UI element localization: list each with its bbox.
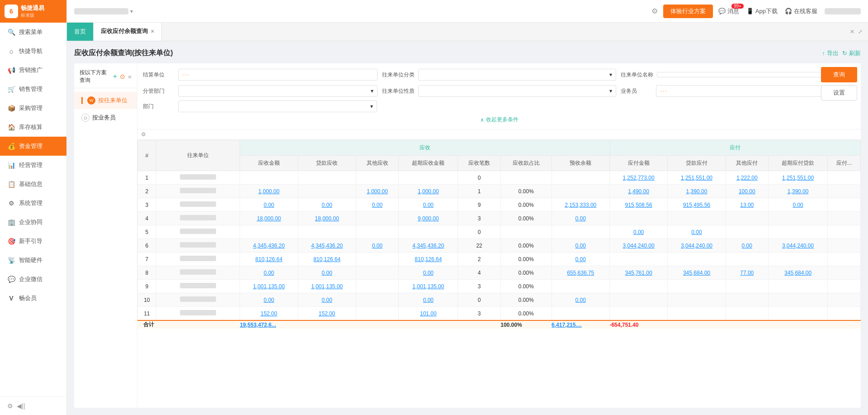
table-cell-ar_amount[interactable]: 4,345,436.20 bbox=[240, 239, 298, 253]
table-cell-ap_loan[interactable]: 1,251,551.00 bbox=[668, 171, 726, 185]
app-download-action[interactable]: 📱 App下载 bbox=[746, 7, 778, 15]
table-cell-ar_amount[interactable]: 0.00 bbox=[240, 266, 298, 280]
table-cell-ar-advance[interactable]: 0.00 bbox=[552, 239, 609, 253]
table-cell-ar_loan[interactable]: 0.00 bbox=[298, 198, 356, 212]
filter-input-dept2[interactable]: ▾ bbox=[178, 100, 377, 112]
collapse-icon[interactable]: ◀|| bbox=[17, 402, 25, 410]
table-cell-ar_overdue[interactable]: 0.00 bbox=[399, 266, 458, 280]
table-cell-ap_loan[interactable]: 915,495.56 bbox=[668, 198, 726, 212]
sidebar-item-basic-info[interactable]: 📋 基础信息 bbox=[0, 175, 66, 194]
table-cell-ap_loan[interactable]: 1,390.00 bbox=[668, 185, 726, 198]
filter-input-jiesuan[interactable]: ··· bbox=[178, 69, 377, 81]
table-cell-ar-advance[interactable]: 0.00 bbox=[552, 293, 609, 307]
filter-collapse-icon[interactable]: « bbox=[128, 73, 132, 80]
table-cell-ar_loan[interactable]: 4,345,436.20 bbox=[298, 239, 356, 253]
message-action[interactable]: 💬 消息 99+ bbox=[718, 7, 739, 15]
table-cell-ar_overdue[interactable]: 9,000.00 bbox=[399, 212, 458, 225]
sidebar-item-quick-nav[interactable]: ⌂ 快捷导航 bbox=[0, 42, 66, 61]
filter-config-icon[interactable]: ⊙ bbox=[120, 73, 125, 80]
table-cell-ar_overdue[interactable]: 101.00 bbox=[399, 307, 458, 321]
table-cell-ap_other[interactable]: 100.00 bbox=[726, 185, 768, 198]
total-ar[interactable]: 19,553,472,6... bbox=[240, 320, 298, 329]
table-cell-ar_overdue[interactable]: 0.00 bbox=[399, 293, 458, 307]
refresh-button[interactable]: ↻ 刷新 bbox=[842, 49, 861, 57]
tab-maximize-icon[interactable]: ⤢ bbox=[858, 29, 863, 35]
table-cell-ar-advance[interactable]: 2,153,333.00 bbox=[552, 198, 609, 212]
query-button[interactable]: 查询 bbox=[821, 67, 857, 82]
table-cell-ar_amount[interactable]: 810,126.64 bbox=[240, 253, 298, 266]
table-cell-ar_other[interactable]: 1,000.00 bbox=[356, 185, 398, 198]
table-cell-ar_amount[interactable]: 152.00 bbox=[240, 307, 298, 321]
sidebar-item-smart-hw[interactable]: 📡 智能硬件 bbox=[0, 251, 66, 270]
tab-close-icon[interactable]: ✕ bbox=[151, 29, 154, 34]
filter-input-dept[interactable]: ▾ bbox=[178, 85, 377, 97]
table-cell-ap_overdue[interactable]: 345,684.00 bbox=[768, 266, 827, 280]
table-cell-ar_amount[interactable]: 0.00 bbox=[240, 293, 298, 307]
table-cell-ar_amount[interactable]: 0.00 bbox=[240, 198, 298, 212]
settings-icon[interactable]: ⚙ bbox=[7, 402, 13, 410]
sidebar-item-collab[interactable]: 🏢 企业协同 bbox=[0, 213, 66, 232]
table-cell-ar-advance[interactable]: 655,636.75 bbox=[552, 266, 609, 280]
table-cell-ap_loan[interactable]: 3,044,240.00 bbox=[668, 239, 726, 253]
table-cell-ap_amount[interactable]: 1,490.00 bbox=[609, 185, 667, 198]
table-wrap[interactable]: # 往来单位 应收 应付 应收金额 贷款应收 其他应收 超期应收金额 bbox=[137, 140, 861, 408]
total-ar-advance[interactable]: 6,417,215.... bbox=[552, 320, 609, 329]
sidebar-item-search-menu[interactable]: 🔍 搜索菜单 bbox=[0, 23, 66, 42]
table-cell-ap_amount[interactable]: 915,508.56 bbox=[609, 198, 667, 212]
table-cell-ar_overdue[interactable]: 4,345,436.20 bbox=[399, 239, 458, 253]
table-cell-ap_other[interactable]: 77.00 bbox=[726, 266, 768, 280]
table-cell-ap_other[interactable]: 1,222.00 bbox=[726, 171, 768, 185]
table-settings-icon[interactable]: ⚙ bbox=[141, 131, 146, 138]
table-cell-ap_other[interactable]: 0.00 bbox=[726, 239, 768, 253]
table-cell-ar_overdue[interactable]: 1,000.00 bbox=[399, 185, 458, 198]
online-service-action[interactable]: 🎧 在线客服 bbox=[785, 7, 817, 15]
user-avatar-blur[interactable] bbox=[825, 8, 861, 14]
tab-close-window-icon[interactable]: ✕ bbox=[850, 29, 854, 35]
filter-collapse-button[interactable]: ∧ 收起更多条件 bbox=[143, 116, 855, 124]
query-mode-by-salesman[interactable]: ⊙ 按业务员 bbox=[74, 109, 137, 126]
table-cell-ar_loan[interactable]: 152.00 bbox=[298, 307, 356, 321]
table-cell-ar_loan[interactable]: 0.00 bbox=[298, 266, 356, 280]
table-cell-ar_overdue[interactable]: 810,126.64 bbox=[399, 253, 458, 266]
sidebar-item-purchase[interactable]: 📦 采购管理 bbox=[0, 99, 66, 118]
sidebar-item-finance[interactable]: 💰 资金管理 bbox=[0, 137, 66, 156]
export-button[interactable]: ↑ 导出 bbox=[822, 49, 839, 57]
table-cell-ap_amount[interactable]: 1,252,773.00 bbox=[609, 171, 667, 185]
table-cell-ap_other[interactable]: 13.00 bbox=[726, 198, 768, 212]
sidebar-item-guide[interactable]: 🎯 新手引导 bbox=[0, 232, 66, 251]
table-cell-ap_overdue[interactable]: 1,251,551.00 bbox=[768, 171, 827, 185]
table-cell-ar_overdue[interactable]: 0.00 bbox=[399, 198, 458, 212]
table-cell-ar_loan[interactable]: 1,001,135.00 bbox=[298, 280, 356, 293]
table-cell-ar_loan[interactable]: 810,126.64 bbox=[298, 253, 356, 266]
table-cell-ap_loan[interactable]: 0.00 bbox=[668, 225, 726, 239]
sidebar-item-wechat[interactable]: 💬 企业微信 bbox=[0, 270, 66, 289]
table-cell-ap_amount[interactable]: 0.00 bbox=[609, 225, 667, 239]
table-cell-ar_loan[interactable]: 18,000.00 bbox=[298, 212, 356, 225]
sidebar-item-member[interactable]: V 畅会员 bbox=[0, 289, 66, 308]
table-cell-ar_amount[interactable]: 18,000.00 bbox=[240, 212, 298, 225]
sidebar-item-sales[interactable]: 🛒 销售管理 bbox=[0, 80, 66, 99]
table-cell-ar_amount[interactable]: 1,001,135.00 bbox=[240, 280, 298, 293]
table-cell-ap_overdue[interactable]: 1,390.00 bbox=[768, 185, 827, 198]
sidebar-item-marketing[interactable]: 📢 营销推广 bbox=[0, 61, 66, 80]
table-cell-ap_amount[interactable]: 345,761.00 bbox=[609, 266, 667, 280]
filter-input-partner-cat[interactable]: ▾ bbox=[418, 69, 617, 81]
sidebar-item-inventory[interactable]: 🏠 库存核算 bbox=[0, 118, 66, 137]
table-cell-ap_overdue[interactable]: 3,044,240.00 bbox=[768, 239, 827, 253]
table-cell-ar_other[interactable]: 0.00 bbox=[356, 239, 398, 253]
tab-ar-ap[interactable]: 应收应付余额查询 ✕ bbox=[94, 23, 162, 41]
table-cell-ap_overdue[interactable]: 0.00 bbox=[768, 198, 827, 212]
query-mode-by-partner[interactable]: W 按往来单位 bbox=[74, 92, 137, 109]
table-cell-ar-advance[interactable]: 0.00 bbox=[552, 253, 609, 266]
tab-home[interactable]: 首页 bbox=[67, 23, 94, 41]
sidebar-item-operation[interactable]: 📊 经营管理 bbox=[0, 156, 66, 175]
table-cell-ar-advance[interactable]: 0.00 bbox=[552, 212, 609, 225]
table-cell-ar_overdue[interactable]: 1,001,135.00 bbox=[399, 280, 458, 293]
promo-button[interactable]: 体验行业方案 bbox=[663, 5, 713, 18]
sidebar-item-system[interactable]: ⚙ 系统管理 bbox=[0, 194, 66, 213]
filter-add-icon[interactable]: + bbox=[113, 72, 117, 81]
filter-input-partner-nature[interactable]: ▾ bbox=[418, 85, 617, 97]
table-cell-ar_other[interactable]: 0.00 bbox=[356, 198, 398, 212]
set-button[interactable]: 设置 bbox=[821, 85, 857, 100]
table-cell-ar_amount[interactable]: 1,000.00 bbox=[240, 185, 298, 198]
